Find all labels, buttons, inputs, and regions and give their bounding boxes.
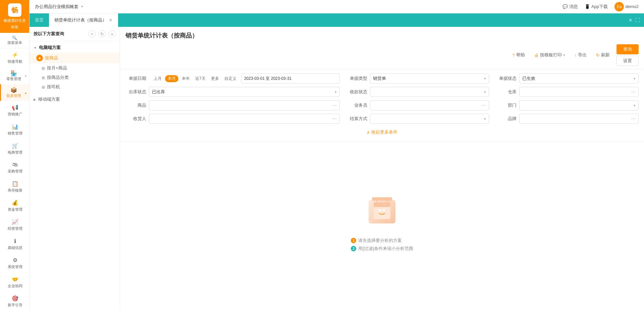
refresh-icon: ↻ — [596, 53, 600, 58]
salesperson-label: 业务员 — [346, 102, 370, 108]
export-btn[interactable]: ↑ 导出 — [572, 51, 590, 59]
sales-icon: 📊 — [12, 123, 18, 130]
sidebar-item-wholesale[interactable]: 📦 批发管理 ▴ — [0, 84, 29, 101]
app-logo[interactable]: 畅 畅捷通好生意 标签 — [0, 0, 29, 33]
wholesale-label: 批发管理 — [6, 93, 21, 98]
receiver-input[interactable]: ··· — [149, 114, 340, 124]
purchase-icon: 🛍 — [12, 162, 18, 168]
inventory-label: 库存核算 — [8, 188, 22, 193]
date-tab-thismonth[interactable]: 本月 — [165, 75, 178, 82]
empty-tips: 1 请先选择要分析的方案 2 用[过滤]条件来缩小分析范围 — [351, 238, 413, 252]
query-button[interactable]: 查询 — [616, 44, 639, 54]
date-range-value: 2023-03-01 至 2023-03-31 — [244, 76, 291, 82]
tree-item-month-goods[interactable]: ▦ 按月+商品 — [30, 63, 120, 73]
search-label: 搜索菜单 — [0, 40, 29, 45]
sidebar-item-shortcut[interactable]: ⚡ 快捷导航 — [0, 48, 29, 67]
receipt-status-input[interactable]: ▾ — [370, 87, 489, 97]
doc-status-input[interactable]: 已生效 ▾ — [519, 73, 639, 84]
tab-active[interactable]: 销货单统计计表（按商品） ✕ — [49, 13, 118, 27]
dept-input[interactable]: ▾ — [519, 100, 639, 110]
sidebar-item-operations[interactable]: 📈 经营管理 — [0, 215, 29, 235]
date-tab-lastmonth[interactable]: 上月 — [152, 75, 164, 82]
add-scheme-btn[interactable]: + — [88, 30, 96, 38]
user-area[interactable]: Ea demo2 — [614, 2, 639, 11]
guide-label: 新手引导 — [8, 303, 22, 308]
sidebar-item-retail[interactable]: 🏪 零售管理 ▾ — [0, 67, 29, 84]
tree-item-goods-label: 按商品 — [45, 55, 58, 61]
sidebar-item-system[interactable]: ⚙ 系统管理 — [0, 254, 29, 273]
doc-status-arrow: ▾ — [634, 76, 636, 81]
filter-row-1: 单据日期 上月 本月 本年 近7天 更多 自定义 2023-03-01 至 20… — [125, 73, 639, 84]
shortcut-icon: ⚡ — [12, 52, 18, 58]
refresh-scheme-btn[interactable]: ↻ — [98, 30, 106, 38]
date-tab-more[interactable]: 更多 — [209, 75, 221, 82]
sidebar-item-sales[interactable]: 📊 销售管理 — [0, 120, 29, 139]
collapse-panel-btn[interactable]: « — [108, 30, 116, 38]
inventory-icon: 📋 — [12, 180, 18, 187]
dept-label: 部门 — [496, 102, 519, 108]
refresh-btn[interactable]: ↻ 刷新 — [593, 51, 612, 59]
sidebar-item-guide[interactable]: 🎯 新手引导 — [0, 292, 29, 310]
left-panel: 按以下方案查询 + ↻ « ▼ 电脑端方案 ● 按商品 ▦ 按月 — [30, 27, 120, 310]
purchase-label: 采购管理 — [8, 169, 22, 174]
settings-button[interactable]: 设置 — [616, 56, 639, 66]
sidebar-item-basic[interactable]: ℹ 基础信息 — [0, 235, 29, 254]
doc-type-input[interactable]: 销货单 ▾ — [370, 73, 489, 84]
message-btn[interactable]: 💬 消息 — [562, 4, 578, 10]
top-dropdown-icon[interactable]: ▾ — [81, 4, 83, 9]
date-tab-7days[interactable]: 近7天 — [193, 75, 208, 82]
warehouse-label: 仓库 — [496, 89, 519, 95]
brand-input[interactable]: ··· — [519, 114, 639, 124]
main-wrapper: 办公用品行业模拟账套 ▾ 💬 消息 📱 App下载 Ea demo2 首页 — [30, 0, 644, 310]
brand-dots[interactable]: ··· — [631, 116, 636, 122]
receiver-dots[interactable]: ··· — [332, 116, 336, 122]
out-status-field: 出库状态 已出库 ▾ — [125, 87, 340, 97]
tree-group-desktop: ▼ 电脑端方案 ● 按商品 ▦ 按月+商品 ▦ 按商品分类 ▦ 按司机 — [30, 41, 120, 93]
empty-tip-2: 2 用[过滤]条件来缩小分析范围 — [351, 246, 413, 252]
warehouse-dots[interactable]: ··· — [631, 89, 636, 95]
retail-icon: 🏪 — [10, 70, 17, 76]
date-tab-custom[interactable]: 自定义 — [222, 75, 238, 82]
tree-desktop-header[interactable]: ▼ 电脑端方案 — [30, 43, 120, 53]
mobile-group-label: 移动端方案 — [38, 96, 60, 102]
desktop-group-label: 电脑端方案 — [39, 45, 61, 51]
empty-box — [369, 200, 395, 223]
template-print-btn[interactable]: 🖨 按模板打印 ▾ — [532, 51, 568, 59]
refresh-label: 刷新 — [601, 52, 610, 58]
sidebar-item-collab[interactable]: 🤝 企业协同 — [0, 273, 29, 292]
app-download-btn[interactable]: 📱 App下载 — [585, 4, 608, 10]
help-btn[interactable]: ? 帮助 — [509, 51, 527, 59]
tab-home[interactable]: 首页 — [30, 13, 49, 27]
sidebar-item-finance[interactable]: 💰 资金管理 — [0, 196, 29, 215]
tree-item-month-goods-label: 按月+商品 — [47, 65, 67, 71]
sidebar-item-purchase[interactable]: 🛍 采购管理 — [0, 158, 29, 177]
doc-type-label: 单据类型 — [346, 75, 370, 82]
print-dropdown-arrow[interactable]: ▾ — [563, 53, 565, 57]
collapse-more-btn[interactable]: ∧ 收起更多条件 — [125, 127, 639, 137]
tree-item-driver-label: 按司机 — [47, 84, 60, 90]
sidebar-item-marketing[interactable]: 📢 营销推广 — [0, 101, 29, 120]
tab-close-btn[interactable]: ✕ — [109, 17, 113, 23]
date-tab-thisyear[interactable]: 本年 — [180, 75, 192, 82]
dept-arrow: ▾ — [634, 103, 636, 108]
tree-item-driver[interactable]: ▦ 按司机 — [30, 82, 120, 92]
maximize-window-btn[interactable]: ⛶ — [635, 17, 640, 23]
date-range-input[interactable]: 2023-03-01 至 2023-03-31 — [241, 73, 340, 84]
tree-mobile-header[interactable]: ▶ 移动端方案 — [30, 94, 120, 104]
svg-rect-2 — [379, 209, 381, 211]
close-window-btn[interactable]: ✕ — [629, 17, 633, 23]
tree-item-goods-category[interactable]: ▦ 按商品分类 — [30, 73, 120, 82]
sidebar-item-inventory[interactable]: 📋 库存核算 — [0, 177, 29, 196]
goods-input[interactable]: ··· — [149, 100, 340, 110]
goods-dots[interactable]: ··· — [332, 102, 336, 108]
sidebar-item-ecommerce[interactable]: 🛒 电商管理 — [0, 139, 29, 158]
sidebar-search[interactable]: 🔍 搜索菜单 — [0, 33, 29, 48]
goods-category-icon: ▦ — [42, 75, 45, 80]
salesperson-dots[interactable]: ··· — [482, 102, 486, 108]
tree-item-by-goods[interactable]: ● 按商品 — [30, 53, 120, 63]
warehouse-input[interactable]: ··· — [519, 87, 639, 97]
warehouse-field: 仓库 ··· — [496, 87, 639, 97]
out-status-input[interactable]: 已出库 ▾ — [149, 87, 340, 97]
salesperson-input[interactable]: ··· — [370, 100, 489, 110]
settlement-input[interactable]: ▾ — [370, 114, 489, 124]
